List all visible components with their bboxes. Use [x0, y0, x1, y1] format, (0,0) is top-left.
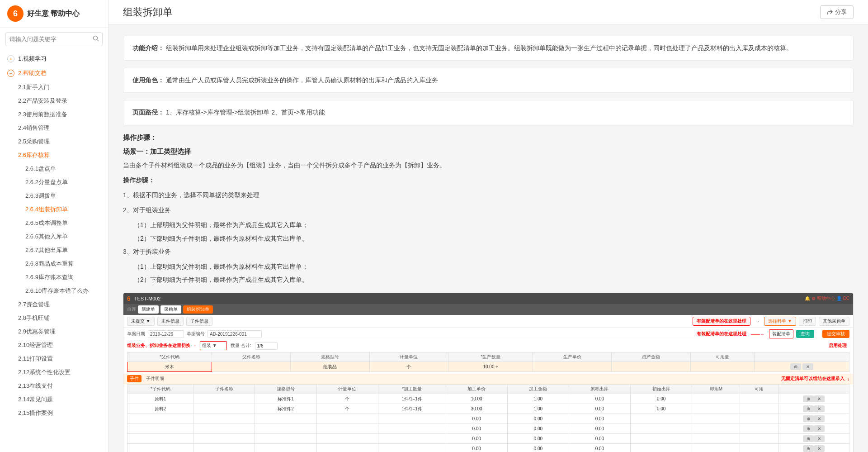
sidebar-item-coupon[interactable]: 2.9优惠券管理: [0, 325, 108, 338]
main-panel: 组装拆卸单 分享 功能介绍： 组装拆卸单用来处理企业组装或拆卸等加工业务，支持有…: [108, 0, 868, 452]
child-row1-del[interactable]: ✕: [814, 395, 825, 402]
path-label: 页面路径：: [132, 109, 164, 116]
child-row1-copy[interactable]: ⊕: [803, 395, 814, 402]
parent-del-btn[interactable]: ✕: [802, 363, 813, 370]
scenario-title: 场景一：加工类型选择: [123, 147, 854, 156]
inner-nav-assembly[interactable]: 组装拆卸单: [183, 305, 213, 314]
parent-qty: 10.00 ÷: [448, 362, 533, 372]
sidebar-item-stockcheck[interactable]: 2.6.9库存账本查询: [0, 271, 108, 284]
inner-tool-status[interactable]: 未提交 ▼: [127, 317, 155, 326]
child-row4-copy[interactable]: ⊕: [803, 425, 814, 432]
sidebar-item-install[interactable]: 2.2产品安装及登录: [0, 94, 108, 108]
sidebar-item-operations[interactable]: 2.10经营管理: [0, 338, 108, 352]
topbar: 组装拆卸单 分享: [108, 0, 868, 25]
parent-avail: [690, 362, 754, 372]
step3-sub2: （2）下部明细为子件明细，最终作为产成品生成其它入库单。: [134, 274, 854, 285]
inner-nav-bar: 自荐 新建单 采购单 组装拆卸单: [123, 304, 853, 315]
child-row5-del[interactable]: ✕: [814, 435, 825, 442]
child-row2-copy[interactable]: ⊕: [803, 405, 814, 412]
sidebar-item-docs-label: 2.帮助文档: [18, 69, 47, 77]
sidebar-item-stockerror[interactable]: 2.6.10库存账本错了么办: [0, 284, 108, 298]
inner-child-row-3: 0.000.000.00 ⊕✕: [127, 414, 849, 424]
role-text: 通常由生产人员或库管人员完成拆装业务的操作，库管人员确认原材料的出库和产成品的入…: [166, 76, 438, 84]
search-input[interactable]: [6, 33, 89, 45]
sidebar-item-payment[interactable]: 2.13在线支付: [0, 379, 108, 393]
inner-child-section: *子件代码 子件名称 规格型号 计量单位 *加工数量 加工单价 加工金额 累积出…: [123, 384, 853, 452]
inner-form-submit-btn[interactable]: 提交审核: [822, 330, 849, 338]
inner-child-table: *子件代码 子件名称 规格型号 计量单位 *加工数量 加工单价 加工金额 累积出…: [127, 384, 849, 452]
sidebar-item-costadjust[interactable]: 2.6.5成本调整单: [0, 216, 108, 230]
inner-form-date-val[interactable]: 2019-12-26: [148, 330, 184, 338]
role-block: 使用角色： 通常由生产人员或库管人员完成拆装业务的操作，库管人员确认原材料的出库…: [123, 68, 854, 93]
share-label: 分享: [835, 8, 847, 16]
inner-parent-table: *父件代码 父件名称 规格型号 计量单位 *生产数量 生产单价 成产金额 可用量: [127, 352, 849, 372]
inner-tool-print[interactable]: 打印: [799, 317, 816, 326]
role-label: 使用角色：: [132, 76, 164, 84]
inner-nav-purchase[interactable]: 采购单: [160, 305, 181, 314]
page-title: 组装拆卸单: [123, 5, 173, 19]
sidebar-item-video[interactable]: + 1.视频学习: [0, 52, 108, 66]
inner-toolbar: 未提交 ▼ 主件信息 子件信息 有装配清单的在这里处理 → 选择料单 ▼ 打印 …: [123, 315, 853, 328]
child-row6-copy[interactable]: ⊕: [803, 445, 814, 452]
sidebar-item-newbie[interactable]: 2.1新手入门: [0, 81, 108, 94]
inner-form-search-btn[interactable]: 查询: [796, 330, 814, 338]
inner-batch-annotation: 启用处理: [829, 343, 847, 349]
sidebar-item-stockcount[interactable]: 2.6.1盘点单: [0, 162, 108, 176]
sidebar-item-data[interactable]: 2.3使用前数据准备: [0, 108, 108, 121]
sidebar-item-docs[interactable]: − 2.帮助文档: [0, 66, 108, 81]
parent-code: 米木: [127, 362, 212, 372]
sidebar-item-mobile[interactable]: 2.8手机旺铺: [0, 311, 108, 325]
child-row5-copy[interactable]: ⊕: [803, 435, 814, 442]
svg-line-1: [97, 40, 99, 42]
child-row6-del[interactable]: ✕: [814, 445, 825, 452]
scenario-desc: 当由多个子件材料组装成一个成品的业务为【组装】业务，当由一个父件拆分成多个子产品…: [123, 160, 854, 171]
col-ops: [755, 352, 849, 362]
parent-price: [533, 362, 612, 372]
sidebar-item-inwarehouse[interactable]: 2.6.6其他入库单: [0, 230, 108, 243]
inner-form-bom-input[interactable]: 装配清单: [769, 329, 793, 338]
sidebar-item-finance[interactable]: 2.7资金管理: [0, 298, 108, 311]
inner-company: TEST-M002: [134, 296, 161, 301]
sidebar-item-costrecalc[interactable]: 2.6.8商品成本重算: [0, 257, 108, 271]
child-row2-del[interactable]: ✕: [814, 405, 825, 412]
step3: 3、对于拆装业务: [123, 246, 854, 257]
parent-copy-btn[interactable]: ⊕: [790, 363, 801, 370]
sidebar-item-print[interactable]: 2.11打印设置: [0, 352, 108, 366]
col-unit: 计量单位: [369, 352, 448, 362]
search-button[interactable]: [89, 33, 103, 46]
path-block: 页面路径： 1、库存核算->库存管理->组装拆卸单 2、首页->常用功能: [123, 100, 854, 125]
sidebar-item-adjust[interactable]: 2.6.3调拨单: [0, 189, 108, 203]
inner-inline-arrow: ↓: [847, 376, 849, 381]
sidebar-item-inventory[interactable]: 2.6库存核算: [0, 148, 108, 162]
child-row3-del[interactable]: ✕: [814, 415, 825, 422]
inner-arrow2: ——→: [751, 332, 764, 337]
sidebar-item-purchase[interactable]: 2.5采购管理: [0, 135, 108, 148]
inner-child-section-header: 子件 子件明细 无固定清单可以组结在这里录入 ↓: [123, 374, 853, 384]
parent-spec: 组装品: [291, 362, 369, 372]
inner-child-table-header: *子件代码 子件名称 规格型号 计量单位 *加工数量 加工单价 加工金额 累积出…: [127, 385, 849, 394]
sidebar-item-outwarehouse[interactable]: 2.6.7其他出库单: [0, 243, 108, 257]
inner-icons: 🔔 ⚙ 帮助中心 👤 CC: [805, 295, 849, 302]
child-row4-del[interactable]: ✕: [814, 425, 825, 432]
inner-num-val[interactable]: 1/6: [255, 342, 278, 350]
steps-title: 操作步骤：: [123, 133, 854, 142]
sidebar-item-assembly[interactable]: 2.6.4组装拆卸单: [0, 203, 108, 216]
inner-type-select[interactable]: 组装 ▼: [200, 341, 227, 350]
col-avail: 可用量: [690, 352, 754, 362]
inner-tool-bom[interactable]: 选择料单 ▼: [764, 317, 796, 326]
inner-form-no-val[interactable]: AD-20191226-001: [208, 330, 262, 338]
share-button[interactable]: 分享: [820, 5, 854, 19]
child-section-badge: 子件: [127, 375, 142, 382]
search-box[interactable]: [5, 32, 103, 46]
inner-tool-main[interactable]: 主件信息: [157, 317, 184, 326]
inner-tool-more[interactable]: 其他采购单: [819, 317, 849, 326]
sidebar-item-faq[interactable]: 2.14常见问题: [0, 393, 108, 406]
sidebar-item-sales[interactable]: 2.4销售管理: [0, 121, 108, 135]
sidebar-item-partial[interactable]: 2.6.2分量盘点单: [0, 176, 108, 189]
inner-tool-sub[interactable]: 子件信息: [186, 317, 212, 326]
path-text: 1、库存核算->库存管理->组装拆卸单 2、首页->常用功能: [166, 109, 325, 116]
child-row3-copy[interactable]: ⊕: [803, 415, 814, 422]
sidebar-item-cases[interactable]: 2.15操作案例: [0, 406, 108, 420]
inner-nav-neworder[interactable]: 新建单: [138, 305, 159, 314]
sidebar-item-settings[interactable]: 2.12系统个性化设置: [0, 366, 108, 379]
